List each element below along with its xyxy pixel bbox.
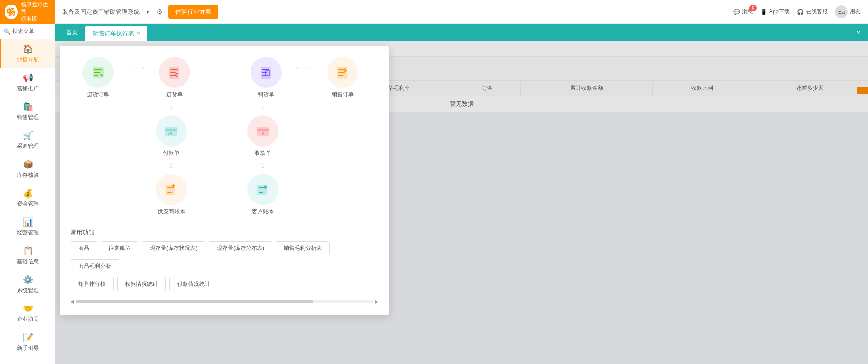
sidebar-item-finance[interactable]: 💰 资金管理 bbox=[0, 184, 55, 212]
customer-label: 客户账本 bbox=[252, 208, 274, 216]
sidebar-item-quicknav[interactable]: 🏠 快捷导航 bbox=[0, 39, 55, 68]
xh-order-label: 销售订单 bbox=[332, 91, 354, 98]
flow-node-xh-bill[interactable]: 销货单 bbox=[239, 57, 294, 98]
flow-v-arrow-jh: ↓ bbox=[144, 102, 199, 112]
flow-node-xh-order[interactable]: 销售订单 bbox=[315, 57, 370, 98]
sidebar-item-purchase[interactable]: 🛒 采购管理 bbox=[0, 126, 55, 155]
jh-order-label: 进货订单 bbox=[87, 91, 109, 98]
user-menu[interactable]: Ea 用友 bbox=[835, 5, 861, 18]
guide-icon: 📝 bbox=[23, 332, 33, 342]
tab-home[interactable]: 首页 bbox=[59, 24, 85, 41]
func-btn-sales-rank[interactable]: 销售排行榜 bbox=[71, 277, 114, 291]
flow-node-jh-order[interactable]: 进货订单 bbox=[71, 57, 126, 98]
sidebar: 畅 畅康通好生意 标准版 🔍 搜索菜单 🏠 快捷导航 📢 营销推广 🛍️ 销售管… bbox=[0, 0, 55, 364]
logo-text: 畅康通好生意 标准版 bbox=[21, 1, 50, 23]
popup-overlay: 进货订单 - - - - → bbox=[55, 41, 868, 364]
logo-icon: 畅 bbox=[5, 5, 18, 19]
basic-info-icon: 📋 bbox=[23, 246, 33, 256]
fk-label: 付款单 bbox=[163, 149, 180, 157]
func-btn-stock-dist[interactable]: 现存量(库存分布表) bbox=[209, 241, 272, 255]
scrollbar-right-btn[interactable]: ▶ bbox=[375, 299, 378, 304]
marketing-icon: 📢 bbox=[23, 73, 33, 83]
message-icon: 💬 bbox=[733, 9, 740, 15]
flow-row-2: ¥ 付款单 bbox=[71, 115, 378, 157]
app-download-btn[interactable]: 📱 App下载 bbox=[760, 8, 790, 16]
content-area: ❓ 帮助 🖨 按模板打印 ▼ 📤 导出 🔄 刷新 设置 bbox=[55, 41, 868, 364]
sk-circle: ¥ bbox=[247, 115, 278, 147]
sidebar-item-system[interactable]: ⚙️ 系统管理 bbox=[0, 270, 55, 299]
popup-scrollbar: ◀ ▶ bbox=[71, 297, 378, 304]
operations-icon: 📊 bbox=[23, 217, 33, 227]
home-icon: 🏠 bbox=[23, 44, 33, 54]
collab-icon: 🤝 bbox=[23, 304, 33, 314]
sidebar-item-basic-info[interactable]: 📋 基础信息 bbox=[0, 241, 55, 270]
try-industry-btn[interactable]: 体验行业方案 bbox=[168, 5, 218, 19]
sidebar-item-guide[interactable]: 📝 新手引导 bbox=[0, 328, 55, 357]
fk-circle: ¥ bbox=[156, 115, 187, 147]
common-funcs-title: 常用功能 bbox=[71, 228, 378, 237]
func-btn-product-profit[interactable]: 商品毛利分析 bbox=[71, 259, 119, 273]
jh-bill-label: 进货单 bbox=[166, 91, 183, 98]
flow-arrow-jh: - - - - → bbox=[127, 64, 145, 92]
svg-rect-6 bbox=[165, 129, 177, 131]
jh-bill-circle bbox=[159, 57, 190, 88]
flow-diagram: 进货订单 - - - - → bbox=[71, 57, 378, 219]
flow-row-v-arrows: ↓ ↓ bbox=[71, 102, 378, 112]
inventory-icon: 📦 bbox=[23, 159, 33, 169]
system-dropdown[interactable]: ▼ bbox=[145, 9, 151, 15]
sidebar-item-operations[interactable]: 📊 经营管理 bbox=[0, 212, 55, 241]
avatar: Ea bbox=[835, 5, 848, 18]
func-btn-stock-status[interactable]: 现存量(库存状况表) bbox=[142, 241, 205, 255]
tabbar-close-btn[interactable]: × bbox=[853, 24, 864, 41]
online-service-btn[interactable]: 🎧 在线客服 bbox=[797, 8, 828, 16]
xh-order-circle bbox=[327, 57, 358, 88]
popup-card: 进货订单 - - - - → bbox=[60, 46, 389, 315]
scrollbar-left-btn[interactable]: ◀ bbox=[71, 299, 74, 304]
sidebar-item-sales[interactable]: 🛍️ 销售管理 bbox=[0, 97, 55, 126]
sales-icon: 🛍️ bbox=[23, 102, 33, 112]
func-btn-payment-stats[interactable]: 付款情况统计 bbox=[169, 277, 218, 291]
flow-node-fk[interactable]: ¥ 付款单 bbox=[144, 115, 199, 157]
flow-row-1: 进货订单 - - - - → bbox=[71, 57, 378, 98]
system-title: 装备及固定资产辅助管理系统 bbox=[62, 8, 140, 16]
func-buttons-row1: 商品 往来单位 现存量(库存状况表) 现存量(库存分布表) 销售毛利分析表 商品… bbox=[71, 241, 378, 273]
flow-node-supplier[interactable]: 供应商账本 bbox=[144, 174, 199, 216]
flow-v2-arrow-fk: ↓ bbox=[144, 161, 199, 170]
settings-icon[interactable]: ⚙ bbox=[156, 7, 163, 16]
xh-bill-label: 销货单 bbox=[258, 91, 274, 98]
scrollbar-track[interactable] bbox=[76, 300, 373, 303]
sidebar-item-collab[interactable]: 🤝 企业协同 bbox=[0, 299, 55, 328]
topbar-right: 💬 消息 6 📱 App下载 🎧 在线客服 Ea 用友 bbox=[733, 5, 861, 18]
sidebar-nav: 🏠 快捷导航 📢 营销推广 🛍️ 销售管理 🛒 采购管理 📦 库存核算 💰 bbox=[0, 39, 55, 364]
message-badge: 6 bbox=[749, 5, 757, 11]
flow-arrow-xh: ← - - - - bbox=[295, 64, 313, 92]
tab-close-icon[interactable]: × bbox=[137, 30, 140, 37]
search-icon: 🔍 bbox=[4, 28, 11, 35]
main-area: 装备及固定资产辅助管理系统 ▼ ⚙ 体验行业方案 💬 消息 6 📱 App下载 … bbox=[55, 0, 868, 364]
svg-rect-10 bbox=[257, 129, 269, 131]
service-icon: 🎧 bbox=[797, 9, 804, 15]
sidebar-item-marketing[interactable]: 📢 营销推广 bbox=[0, 68, 55, 97]
message-btn[interactable]: 💬 消息 6 bbox=[733, 8, 753, 16]
flow-node-customer[interactable]: 客户账本 bbox=[235, 174, 290, 216]
flow-v-arrow-xh: ↓ bbox=[235, 102, 290, 112]
flow-node-jh-bill[interactable]: 进货单 bbox=[147, 57, 202, 98]
jh-order-circle bbox=[82, 57, 114, 88]
flow-v2-arrow-sk: ↓ bbox=[235, 161, 290, 170]
common-funcs: 常用功能 商品 往来单位 现存量(库存状况表) 现存量(库存分布表) 销售毛利分… bbox=[71, 228, 378, 291]
xh-bill-circle bbox=[251, 57, 282, 88]
func-btn-sales-profit[interactable]: 销售毛利分析表 bbox=[276, 241, 330, 255]
sidebar-item-inventory[interactable]: 📦 库存核算 bbox=[0, 155, 55, 184]
func-btn-partners[interactable]: 往来单位 bbox=[101, 241, 138, 255]
tab-sales-order[interactable]: 销售订单执行表 × bbox=[85, 26, 147, 41]
sidebar-logo: 畅 畅康通好生意 标准版 bbox=[0, 0, 55, 24]
supplier-label: 供应商账本 bbox=[158, 208, 185, 216]
svg-text:¥: ¥ bbox=[262, 131, 264, 136]
system-icon: ⚙️ bbox=[23, 275, 33, 285]
topbar: 装备及固定资产辅助管理系统 ▼ ⚙ 体验行业方案 💬 消息 6 📱 App下载 … bbox=[55, 0, 868, 24]
func-btn-receipt-stats[interactable]: 收款情况统计 bbox=[117, 277, 166, 291]
flow-node-sk[interactable]: ¥ 收款单 bbox=[235, 115, 290, 157]
tabbar: 首页 销售订单执行表 × × bbox=[55, 24, 868, 41]
search-menu-btn[interactable]: 🔍 搜索菜单 bbox=[0, 24, 55, 39]
func-btn-product[interactable]: 商品 bbox=[71, 241, 97, 255]
